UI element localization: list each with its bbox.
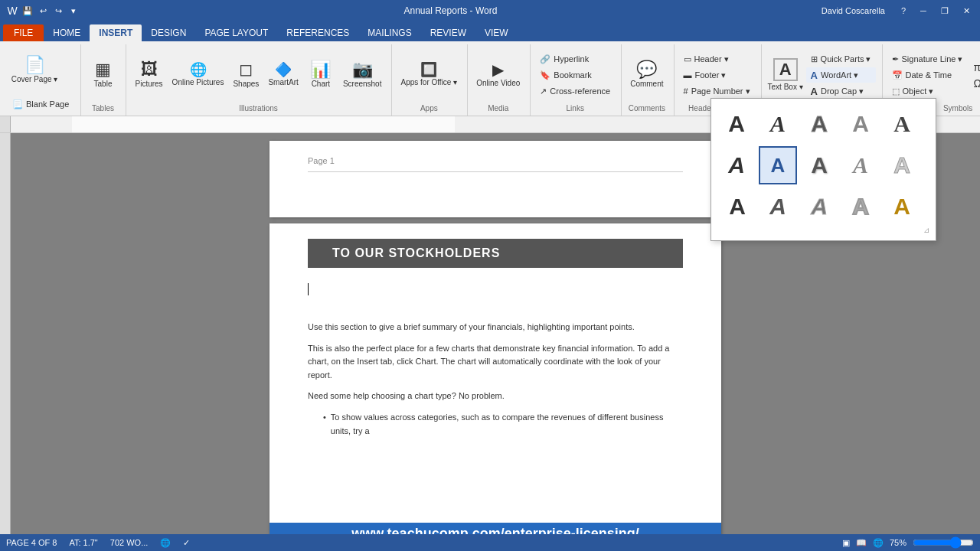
view-read-icon[interactable]: 📖 <box>856 538 867 548</box>
section-header-text: TO OUR STOCKHOLDERS <box>332 246 500 260</box>
apps-buttons: 🔲 Apps for Office ▾ <box>397 46 461 104</box>
signature-line-icon: ✒ <box>892 54 899 64</box>
table-label: Table <box>94 80 113 89</box>
wordart-item-6[interactable]: A <box>759 146 797 184</box>
wordart-item-0[interactable]: A <box>717 105 756 143</box>
bookmark-button[interactable]: 🔖 Bookmark <box>535 67 615 83</box>
doc-paragraph-3: Need some help choosing a chart type? No… <box>308 390 683 403</box>
wordart-item-4[interactable]: A <box>883 105 921 143</box>
text-cursor <box>308 283 309 295</box>
tab-design[interactable]: DESIGN <box>142 24 195 41</box>
page-number-button[interactable]: # Page Number ▾ <box>679 83 755 99</box>
page-number-icon: # <box>684 86 688 96</box>
online-video-button[interactable]: ▶ Online Video <box>472 51 524 99</box>
footer-icon: ▬ <box>684 70 692 80</box>
tab-mailings[interactable]: MAILINGS <box>358 24 420 41</box>
symbol-button[interactable]: Ω Symbol ▾ <box>969 76 981 91</box>
cross-reference-button[interactable]: ↗ Cross-reference <box>535 83 615 99</box>
text-cursor-area[interactable] <box>308 283 683 298</box>
tab-page-layout[interactable]: PAGE LAYOUT <box>195 24 277 41</box>
text-sub-column: ⊞ Quick Parts ▾ A WordArt ▾ A Drop Cap ▾ <box>806 51 876 99</box>
tab-review[interactable]: REVIEW <box>421 24 475 41</box>
blank-page-button[interactable]: 📃 Blank Page <box>8 96 74 112</box>
smartart-button[interactable]: 🔷 SmartArt <box>264 51 302 99</box>
help-icon[interactable]: ? <box>897 5 910 17</box>
section-header: TO OUR STOCKHOLDERS <box>308 239 683 268</box>
minimize-button[interactable]: ─ <box>916 5 931 17</box>
date-time-button[interactable]: 📅 Date & Time <box>887 67 968 83</box>
bullet-symbol: • <box>323 411 326 438</box>
wordart-item-9[interactable]: A <box>883 146 921 184</box>
language-indicator: 🌐 <box>160 538 171 548</box>
view-web-icon[interactable]: 🌐 <box>873 538 884 548</box>
redo-icon[interactable]: ↪ <box>52 5 64 17</box>
wordart-item-3[interactable]: A <box>841 105 880 143</box>
page-indicator: PAGE 4 OF 8 <box>6 538 57 548</box>
wordart-item-2[interactable]: A <box>800 105 838 143</box>
blank-page-icon: 📃 <box>12 99 23 109</box>
object-button[interactable]: ⬚ Object ▾ <box>887 83 968 99</box>
doc-page-1: Page 1 <box>270 141 721 217</box>
header-label: Header ▾ <box>694 54 729 64</box>
wordart-item-10[interactable]: A <box>717 187 756 226</box>
ribbon-group-pages: 📄 Cover Page ▾ 📃 Blank Page ⬛ Page Break… <box>3 44 81 116</box>
wordart-item-5[interactable]: A <box>717 146 756 184</box>
wordart-item-13[interactable]: A <box>841 187 880 226</box>
screenshot-label: Screenshot <box>343 80 382 89</box>
apps-for-office-button[interactable]: 🔲 Apps for Office ▾ <box>397 51 461 99</box>
cover-page-label: Cover Page ▾ <box>11 75 58 84</box>
title-bar-left: W 💾 ↩ ↪ ▾ <box>6 5 80 17</box>
text-box-button[interactable]: A Text Box ▾ <box>766 51 805 99</box>
wordart-item-1[interactable]: A <box>759 105 797 143</box>
drop-cap-button[interactable]: A Drop Cap ▾ <box>806 83 876 99</box>
doc-paragraph-2: This is also the perfect place for a few… <box>308 342 683 383</box>
wordart-button[interactable]: A WordArt ▾ <box>806 67 876 83</box>
hyperlink-icon: 🔗 <box>540 54 550 64</box>
tab-home[interactable]: HOME <box>44 24 90 41</box>
hyperlink-button[interactable]: 🔗 Hyperlink <box>535 51 615 67</box>
wordart-item-7[interactable]: A <box>800 146 838 184</box>
wordart-item-12[interactable]: A <box>800 187 838 226</box>
tab-references[interactable]: REFERENCES <box>277 24 358 41</box>
save-icon[interactable]: 💾 <box>21 5 34 17</box>
wordart-item-8[interactable]: A <box>841 146 880 184</box>
quick-parts-icon: ⊞ <box>811 54 818 64</box>
illustrations-buttons: 🖼 Pictures 🌐 Online Pictures ◻ Shapes 🔷 … <box>131 46 385 104</box>
wordart-item-14[interactable]: A <box>883 187 921 226</box>
cover-page-button[interactable]: 📄 Cover Page ▾ <box>8 46 61 95</box>
chart-label: Chart <box>312 80 330 89</box>
apps-group-label: Apps <box>420 104 438 114</box>
panel-resize-handle[interactable]: ⊿ <box>717 226 929 234</box>
screenshot-button[interactable]: 📷 Screenshot <box>339 51 386 99</box>
ribbon-group-illustrations: 🖼 Pictures 🌐 Online Pictures ◻ Shapes 🔷 … <box>126 44 392 116</box>
footer-button[interactable]: ▬ Footer ▾ <box>679 67 755 83</box>
close-button[interactable]: ✕ <box>959 5 974 17</box>
comment-button[interactable]: 💬 Comment <box>626 51 667 99</box>
illustrations-group-label: Illustrations <box>239 104 278 114</box>
chart-button[interactable]: 📊 Chart <box>304 51 338 99</box>
pictures-button[interactable]: 🖼 Pictures <box>131 51 166 99</box>
quick-parts-button[interactable]: ⊞ Quick Parts ▾ <box>806 51 876 67</box>
drop-cap-icon: A <box>811 86 818 97</box>
header-button[interactable]: ▭ Header ▾ <box>679 51 755 67</box>
ruler-left <box>0 116 11 132</box>
shapes-button[interactable]: ◻ Shapes <box>229 51 263 99</box>
comment-label: Comment <box>630 80 663 89</box>
comments-buttons: 💬 Comment <box>626 46 667 104</box>
tab-insert[interactable]: INSERT <box>90 24 142 41</box>
restore-button[interactable]: ❐ <box>937 5 952 17</box>
undo-icon[interactable]: ↩ <box>37 5 49 17</box>
wordart-item-11[interactable]: A <box>759 187 797 226</box>
media-group-label: Media <box>488 104 508 114</box>
tab-view[interactable]: VIEW <box>475 24 518 41</box>
status-bar-right: ▣ 📖 🌐 75% <box>842 538 974 548</box>
equation-button[interactable]: π Equation ▾ <box>969 60 981 75</box>
signature-line-button[interactable]: ✒ Signature Line ▾ <box>887 51 968 67</box>
links-group-label: Links <box>567 104 584 114</box>
online-pictures-button[interactable]: 🌐 Online Pictures <box>168 51 228 99</box>
zoom-slider[interactable] <box>913 539 974 546</box>
customize-icon[interactable]: ▾ <box>67 5 80 17</box>
table-button[interactable]: ▦ Table <box>86 51 119 99</box>
view-normal-icon[interactable]: ▣ <box>842 538 850 548</box>
tab-file[interactable]: FILE <box>3 24 44 41</box>
